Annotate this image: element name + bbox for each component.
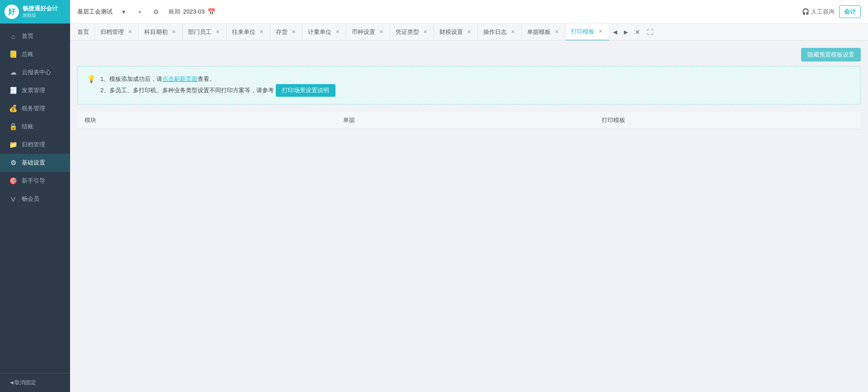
- tab-label-singletemplate: 单据模板: [527, 28, 551, 36]
- sidebar-item-reports[interactable]: ☁云报表中心: [0, 63, 70, 81]
- info-line1-post: 查看。: [198, 76, 215, 82]
- tab-home[interactable]: 首页: [72, 24, 95, 41]
- tab-archive[interactable]: 归档管理✕: [95, 24, 139, 41]
- tab-close-taxsettings[interactable]: ✕: [466, 29, 472, 35]
- tab-label-department: 部门员工: [188, 28, 212, 36]
- tab-close-department[interactable]: ✕: [214, 29, 221, 35]
- period-value: 2023-03: [183, 8, 205, 15]
- ai-icon: 🎧: [802, 8, 809, 15]
- tab-label-vouchertype: 凭证类型: [396, 28, 419, 36]
- logo-title: 畅捷通好会计: [23, 5, 58, 12]
- hide-template-button[interactable]: 隐藏预置模板设置: [801, 48, 861, 61]
- tab-singletemplate[interactable]: 单据模板✕: [522, 24, 566, 41]
- settings-icon: ⚙: [9, 159, 17, 167]
- tab-label-supplier: 往来单位: [232, 28, 255, 36]
- bulb-icon: 💡: [87, 75, 96, 83]
- add-company-icon[interactable]: +: [133, 5, 146, 18]
- reports-icon: ☁: [9, 68, 17, 76]
- kuaiji-button[interactable]: 会计: [839, 5, 861, 18]
- table-header-row: 模块 单据 打印模板: [77, 112, 861, 129]
- tab-close-printtemplate[interactable]: ✕: [597, 28, 604, 35]
- invoice-icon: 🧾: [9, 86, 17, 94]
- tab-close-singletemplate[interactable]: ✕: [553, 29, 560, 35]
- sidebar-item-settings[interactable]: ⚙基础设置: [0, 154, 70, 172]
- sidebar: 好 畅捷通好会计 旗舰版 ⌂首页📒总账☁云报表中心🧾发票管理💰税务管理🔒结账📁归…: [0, 0, 70, 392]
- tab-oplog[interactable]: 操作日志✕: [478, 24, 522, 41]
- member-icon: V: [9, 195, 17, 203]
- member-label: 畅会员: [22, 195, 39, 203]
- print-template-table: 模块 单据 打印模板: [77, 112, 861, 129]
- tab-close-subject[interactable]: ✕: [170, 29, 177, 35]
- tab-subject[interactable]: 科目期初✕: [139, 24, 183, 41]
- tab-printtemplate[interactable]: 打印模板✕: [566, 24, 609, 41]
- top-bar: 基层工会测试 ▾ + ⚙ 账期 2023-03 📅 🎧 人工咨询 会计: [70, 0, 868, 24]
- info-line2-pre: 2、多员工、多打印机、多种业务类型设置不同打印方案等，请参考: [100, 87, 274, 94]
- tab-close-currency[interactable]: ✕: [378, 29, 384, 35]
- info-text: 1、模板添加成功后，请点击刷新页面查看。 2、多员工、多打印机、多种业务类型设置…: [100, 74, 851, 97]
- home-icon: ⌂: [9, 33, 17, 40]
- ledger-label: 总账: [22, 50, 33, 58]
- tab-supplier[interactable]: 往来单位✕: [226, 24, 270, 41]
- calendar-icon[interactable]: 📅: [208, 8, 215, 15]
- logo-subtitle: 旗舰版: [23, 12, 58, 19]
- home-label: 首页: [22, 32, 33, 40]
- tab-close-all-btn[interactable]: ✕: [631, 24, 644, 41]
- closing-icon: 🔒: [9, 123, 17, 131]
- tab-label-currency: 币种设置: [352, 28, 375, 36]
- tab-label-oplog: 操作日志: [483, 28, 507, 36]
- ai-consult-button[interactable]: 🎧 人工咨询: [802, 8, 835, 16]
- unpin-label: ◄取消固定: [9, 379, 36, 387]
- tab-close-archive[interactable]: ✕: [127, 29, 133, 35]
- tab-close-supplier[interactable]: ✕: [258, 29, 264, 35]
- tab-label-printtemplate: 打印模板: [571, 28, 594, 36]
- tab-inventory[interactable]: 存货✕: [270, 24, 302, 41]
- sidebar-item-closing[interactable]: 🔒结账: [0, 118, 70, 136]
- info-line1: 1、模板添加成功后，请点击刷新页面查看。: [100, 74, 851, 84]
- col-single: 单据: [336, 112, 594, 129]
- dropdown-icon[interactable]: ▾: [117, 5, 130, 18]
- tax-label: 税务管理: [22, 104, 45, 113]
- period-info: 账期 2023-03 📅: [169, 8, 215, 16]
- tab-close-unit[interactable]: ✕: [334, 29, 340, 35]
- sidebar-unpin[interactable]: ◄取消固定: [0, 373, 70, 392]
- tab-prev-btn[interactable]: ◀: [609, 24, 620, 41]
- tab-close-oplog[interactable]: ✕: [509, 29, 516, 35]
- tab-close-vouchertype[interactable]: ✕: [422, 29, 428, 35]
- ledger-icon: 📒: [9, 50, 17, 58]
- tab-label-archive: 归档管理: [100, 28, 124, 36]
- tab-department[interactable]: 部门员工✕: [183, 24, 226, 41]
- sidebar-item-guide[interactable]: 🎯新手引导: [0, 172, 70, 190]
- logo-icon: 好: [5, 5, 19, 19]
- reports-label: 云报表中心: [22, 68, 51, 76]
- scene-settings-button[interactable]: 打印场景设置说明: [276, 84, 335, 97]
- tab-bar: 首页归档管理✕科目期初✕部门员工✕往来单位✕存货✕计量单位✕币种设置✕凭证类型✕…: [70, 24, 868, 41]
- tax-icon: 💰: [9, 104, 17, 113]
- archive-label: 归档管理: [22, 141, 45, 149]
- col-module: 模块: [77, 112, 336, 129]
- sidebar-item-ledger[interactable]: 📒总账: [0, 45, 70, 63]
- sidebar-item-archive[interactable]: 📁归档管理: [0, 136, 70, 154]
- refresh-link[interactable]: 点击刷新页面: [162, 76, 198, 82]
- tab-unit[interactable]: 计量单位✕: [302, 24, 346, 41]
- tab-label-subject: 科目期初: [144, 28, 168, 36]
- content-area: 隐藏预置模板设置 💡 1、模板添加成功后，请点击刷新页面查看。 2、多员工、多打…: [70, 41, 868, 392]
- tab-next-btn[interactable]: ▶: [620, 24, 631, 41]
- sidebar-item-member[interactable]: V畅会员: [0, 190, 70, 208]
- settings-icon[interactable]: ⚙: [150, 5, 162, 18]
- sidebar-item-invoice[interactable]: 🧾发票管理: [0, 81, 70, 99]
- tab-close-inventory[interactable]: ✕: [290, 29, 297, 35]
- tab-label-inventory: 存货: [276, 28, 288, 36]
- tab-label-unit: 计量单位: [308, 28, 331, 36]
- closing-label: 结账: [22, 123, 33, 131]
- top-bar-actions: ▾ + ⚙: [117, 5, 162, 18]
- tab-maximize-btn[interactable]: ⛶: [644, 24, 656, 41]
- logo-area: 好 畅捷通好会计 旗舰版: [0, 0, 70, 24]
- tab-vouchertype[interactable]: 凭证类型✕: [390, 24, 434, 41]
- sidebar-item-home[interactable]: ⌂首页: [0, 27, 70, 45]
- settings-label: 基础设置: [22, 159, 45, 167]
- sidebar-item-tax[interactable]: 💰税务管理: [0, 99, 70, 118]
- tab-taxsettings[interactable]: 财税设置✕: [434, 24, 478, 41]
- tab-currency[interactable]: 币种设置✕: [346, 24, 390, 41]
- invoice-label: 发票管理: [22, 86, 45, 94]
- logo-text-area: 畅捷通好会计 旗舰版: [23, 5, 58, 19]
